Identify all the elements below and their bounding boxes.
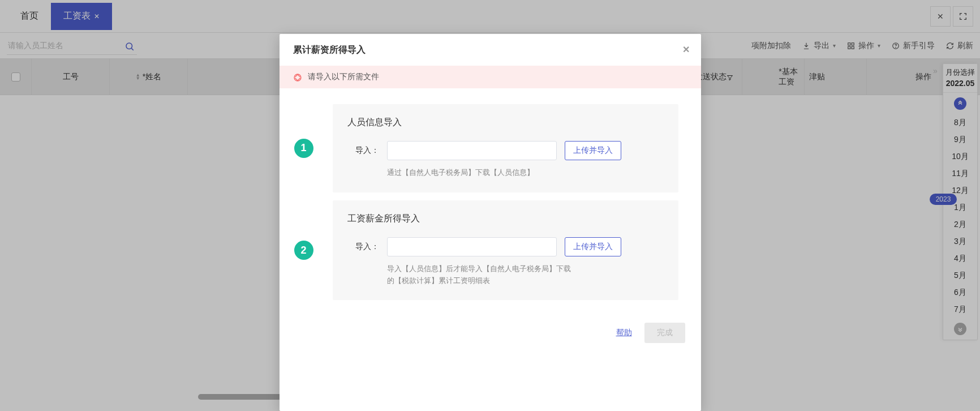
step-1-hint: 通过【自然人电子税务局】下载【人员信息】 [387,167,574,179]
step-2-badge: 2 [294,241,313,260]
modal-overlay: 累计薪资所得导入 ✕ 请导入以下所需文件 1 人员信息导入 导入： [0,0,980,411]
step-2-wrap: 2 工资薪金所得导入 导入： 上传并导入 导入【人员信息】后才能导入【自然人电子… [333,200,678,301]
import-modal: 累计薪资所得导入 ✕ 请导入以下所需文件 1 人员信息导入 导入： [280,34,701,411]
step-1-upload-label: 上传并导入 [573,145,613,156]
finish-button[interactable]: 完成 [644,323,685,343]
svg-point-8 [294,74,301,81]
step-2-title: 工资薪金所得导入 [347,213,664,225]
step-2-upload-button[interactable]: 上传并导入 [565,237,621,256]
modal-body: 1 人员信息导入 导入： 上传并导入 通过【自然人电子税务局】下载【人员信息】 [280,88,701,314]
alert-icon [293,72,302,82]
step-1-badge: 1 [294,139,313,158]
modal-footer: 帮助 完成 [280,314,701,352]
step-2-row: 导入： 上传并导入 [347,237,664,256]
step-1-upload-button[interactable]: 上传并导入 [565,141,621,160]
help-link[interactable]: 帮助 [616,328,632,338]
step-1-label: 导入： [347,145,379,156]
step-2-block: 工资薪金所得导入 导入： 上传并导入 导入【人员信息】后才能导入【自然人电子税务… [333,200,678,301]
finish-button-label: 完成 [657,328,673,337]
modal-alert-text: 请导入以下所需文件 [308,72,379,82]
step-2-file-input[interactable] [387,237,557,256]
step-1-wrap: 1 人员信息导入 导入： 上传并导入 通过【自然人电子税务局】下载【人员信息】 [333,104,678,192]
modal-header: 累计薪资所得导入 ✕ [280,34,701,66]
step-1-block: 人员信息导入 导入： 上传并导入 通过【自然人电子税务局】下载【人员信息】 [333,104,678,192]
step-1-file-input[interactable] [387,141,557,160]
step-1-title: 人员信息导入 [347,117,664,129]
modal-alert: 请导入以下所需文件 [280,66,701,88]
step-1-row: 导入： 上传并导入 [347,141,664,160]
modal-close-button[interactable]: ✕ [682,44,690,55]
step-2-label: 导入： [347,242,379,252]
step-2-hint: 导入【人员信息】后才能导入【自然人电子税务局】下载的【税款计算】累计工资明细表 [387,263,574,287]
step-2-upload-label: 上传并导入 [573,242,613,252]
modal-title: 累计薪资所得导入 [293,44,366,56]
